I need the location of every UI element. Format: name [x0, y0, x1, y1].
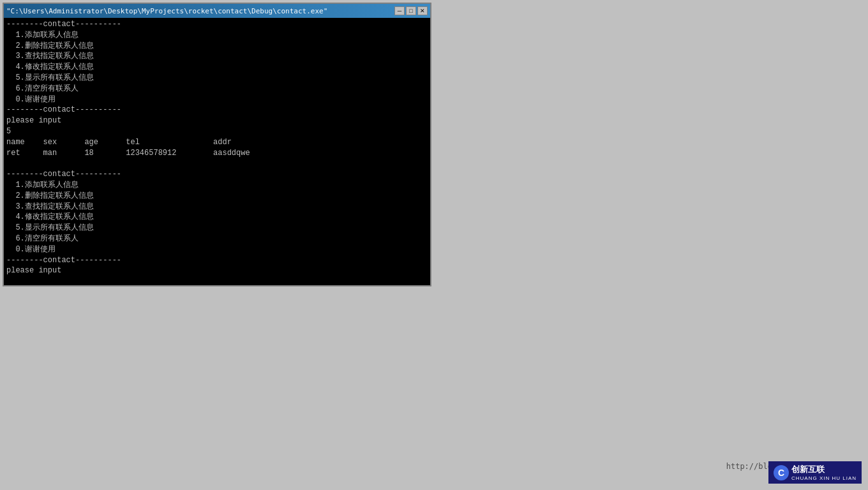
logo-text: 创新互联 CHUANG XIN HU LIAN [791, 464, 857, 481]
logo-text-line2: CHUANG XIN HU LIAN [791, 475, 857, 481]
title-bar-buttons: ─ □ ✕ [394, 6, 428, 15]
close-button[interactable]: ✕ [417, 6, 428, 15]
logo-icon: C [774, 465, 789, 480]
title-bar-text: "C:\Users\Administrator\Desktop\MyProjec… [6, 7, 394, 15]
logo-area: C 创新互联 CHUANG XIN HU LIAN [768, 461, 862, 484]
logo-text-line1: 创新互联 [791, 464, 857, 475]
console-area: --------contact---------- 1.添加联系人信息 2.删除… [4, 18, 430, 285]
title-bar: "C:\Users\Administrator\Desktop\MyProjec… [4, 4, 430, 18]
minimize-button[interactable]: ─ [394, 6, 405, 15]
console-text: --------contact---------- 1.添加联系人信息 2.删除… [6, 19, 428, 276]
console-output[interactable]: --------contact---------- 1.添加联系人信息 2.删除… [4, 18, 430, 285]
logo-box: C 创新互联 CHUANG XIN HU LIAN [768, 461, 862, 484]
console-window[interactable]: "C:\Users\Administrator\Desktop\MyProjec… [3, 3, 431, 286]
restore-button[interactable]: □ [406, 6, 416, 15]
